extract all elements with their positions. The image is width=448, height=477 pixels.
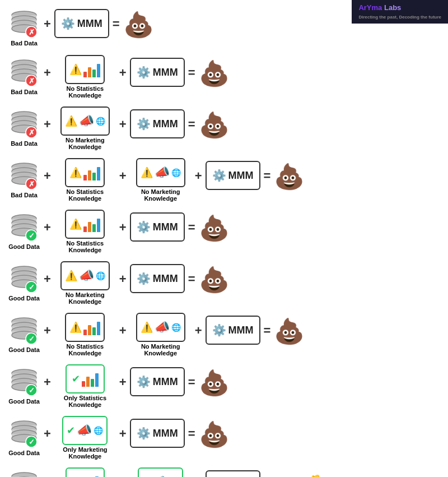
mmm-item: ⚙️ MMM bbox=[206, 161, 260, 199]
marketing-good-item: ✔ 📣 🌐 Only Marketing Knowledge bbox=[54, 416, 116, 460]
item-label: Only Marketing Knowledge bbox=[54, 446, 116, 460]
database-item: ✗ Bad Data bbox=[8, 10, 40, 47]
equations-container: ✗ Bad Data+ ⚙️ MMM =💩 ✗ Bad Data+ ⚠️ No … bbox=[0, 0, 448, 477]
operator-symbol: + bbox=[43, 427, 52, 441]
equation-row-3: ✗ Bad Data+ ⚠️ 📣 🌐 No Marketing Knowledg… bbox=[6, 103, 442, 154]
result-item: 💩 bbox=[199, 420, 230, 456]
svg-text:✗: ✗ bbox=[29, 180, 35, 188]
item-label: Bad Data bbox=[11, 140, 38, 147]
equation-row-4: ✗ Bad Data+ ⚠️ No Statistics Knowledge+ … bbox=[6, 155, 442, 205]
stats-bad-item: ⚠️ No Statistics Knowledge bbox=[54, 158, 116, 202]
operator-symbol: + bbox=[43, 169, 52, 183]
operator-symbol: + bbox=[43, 66, 52, 80]
operator-symbol: = bbox=[187, 220, 197, 235]
stats-bad-item: ⚠️ No Statistics Knowledge bbox=[54, 210, 116, 253]
operator-symbol: + bbox=[194, 323, 203, 338]
database-item: ✗ Bad Data bbox=[8, 110, 40, 147]
database-item: ✗ Bad Data bbox=[8, 161, 40, 198]
operator-symbol: + bbox=[43, 323, 52, 338]
result-item: 💩 bbox=[199, 368, 230, 404]
equation-row-7: ✓ Good Data+ ⚠️ No Statistics Knowledge+… bbox=[6, 309, 442, 360]
mmm-item: ⚙️ MMM bbox=[54, 9, 109, 47]
marketing-bad-item: ⚠️ 📣 🌐 No Marketing Knowledge bbox=[54, 261, 116, 305]
item-label: No Marketing Knowledge bbox=[130, 343, 192, 356]
result-item: 💩 bbox=[274, 162, 305, 198]
equation-row-6: ✓ Good Data+ ⚠️ 📣 🌐 No Marketing Knowled… bbox=[6, 258, 442, 308]
equation-row-9: ✓ Good Data+ ✔ 📣 🌐 Only Marketing Knowle… bbox=[6, 413, 442, 463]
equation-row-8: ✓ Good Data+ ✔ Only Statistics Knowledge… bbox=[6, 361, 442, 411]
result-item: 💩 bbox=[199, 265, 230, 301]
mmm-item: ⚙️ MMM bbox=[130, 367, 185, 405]
svg-text:✓: ✓ bbox=[29, 231, 35, 240]
operator-symbol: = bbox=[263, 323, 272, 338]
item-label: Bad Data bbox=[11, 192, 38, 198]
operator-symbol: + bbox=[43, 117, 52, 132]
item-label: Good Data bbox=[8, 243, 40, 250]
item-label: No Marketing Knowledge bbox=[130, 188, 192, 202]
equation-row-5: ✓ Good Data+ ⚠️ No Statistics Knowledge+… bbox=[6, 206, 442, 257]
result-item: 💩 bbox=[123, 10, 154, 46]
operator-symbol: + bbox=[118, 272, 128, 286]
result-item: 💩 bbox=[199, 214, 230, 249]
operator-symbol: = bbox=[187, 272, 197, 286]
mmm-item: ⚙️ MMM bbox=[206, 316, 260, 354]
database-item: ✓ Good Data bbox=[8, 471, 40, 477]
item-label: Good Data bbox=[8, 295, 40, 302]
svg-text:✗: ✗ bbox=[29, 28, 35, 36]
mmm-item: ⚙️ MMM bbox=[130, 58, 185, 96]
stats-good-item: ✔ Statistics Knowledge bbox=[54, 467, 116, 477]
stats-bad-item: ⚠️ No Statistics Knowledge bbox=[54, 313, 116, 356]
operator-symbol: + bbox=[43, 220, 52, 235]
operator-symbol: + bbox=[118, 323, 128, 338]
svg-text:✗: ✗ bbox=[29, 77, 35, 85]
operator-symbol: = bbox=[111, 17, 121, 31]
stats-bad-item: ⚠️ No Statistics Knowledge bbox=[54, 55, 116, 99]
operator-symbol: + bbox=[118, 117, 128, 132]
operator-symbol: + bbox=[43, 17, 52, 31]
operator-symbol: = bbox=[187, 117, 197, 132]
database-item: ✓ Good Data bbox=[8, 265, 40, 302]
result-item: 💵💰 bbox=[274, 474, 324, 477]
item-label: No Statistics Knowledge bbox=[54, 85, 116, 99]
operator-symbol: + bbox=[43, 375, 52, 390]
database-item: ✓ Good Data bbox=[8, 213, 40, 250]
database-item: ✓ Good Data bbox=[8, 316, 40, 353]
marketing-bad-item: ⚠️ 📣 🌐 No Marketing Knowledge bbox=[130, 158, 192, 202]
mmm-item: ⚙️ MMM bbox=[206, 470, 260, 477]
result-item: 💩 bbox=[199, 59, 230, 95]
svg-text:✓: ✓ bbox=[29, 386, 35, 395]
svg-point-81 bbox=[12, 473, 36, 477]
result-item: 💩 bbox=[199, 110, 230, 146]
stats-good-item: ✔ Only Statistics Knowledge bbox=[54, 364, 116, 408]
item-label: Good Data bbox=[8, 346, 40, 353]
operator-symbol: + bbox=[118, 427, 128, 441]
item-label: Good Data bbox=[8, 398, 40, 405]
database-item: ✓ Good Data bbox=[8, 368, 40, 405]
item-label: Only Statistics Knowledge bbox=[54, 395, 116, 408]
svg-text:✗: ✗ bbox=[29, 128, 35, 137]
item-label: Good Data bbox=[8, 450, 40, 456]
item-label: No Statistics Knowledge bbox=[54, 240, 116, 253]
mmm-item: ⚙️ MMM bbox=[130, 419, 185, 457]
operator-symbol: = bbox=[187, 427, 197, 441]
item-label: No Marketing Knowledge bbox=[54, 137, 116, 150]
database-item: ✓ Good Data bbox=[8, 419, 40, 456]
item-label: No Marketing Knowledge bbox=[54, 291, 116, 305]
mmm-item: ⚙️ MMM bbox=[130, 212, 185, 251]
svg-text:✓: ✓ bbox=[29, 335, 35, 343]
mmm-item: ⚙️ MMM bbox=[130, 109, 185, 147]
operator-symbol: = bbox=[187, 375, 197, 390]
equation-row-2: ✗ Bad Data+ ⚠️ No Statistics Knowledge+ … bbox=[6, 52, 442, 102]
operator-symbol: + bbox=[118, 169, 128, 183]
item-label: Bad Data bbox=[11, 40, 38, 47]
marketing-good-item: ✔ 📣 🌐 Marketing Knowledge bbox=[130, 467, 192, 477]
operator-symbol: + bbox=[43, 272, 52, 286]
logo-badge: ArYma Labs Directing the past, Decoding … bbox=[352, 0, 448, 24]
operator-symbol: + bbox=[118, 375, 128, 390]
operator-symbol: = bbox=[263, 169, 272, 183]
marketing-bad-item: ⚠️ 📣 🌐 No Marketing Knowledge bbox=[54, 106, 116, 150]
operator-symbol: + bbox=[118, 220, 128, 235]
svg-text:✓: ✓ bbox=[29, 283, 35, 291]
database-item: ✗ Bad Data bbox=[8, 58, 40, 95]
operator-symbol: + bbox=[194, 169, 203, 183]
